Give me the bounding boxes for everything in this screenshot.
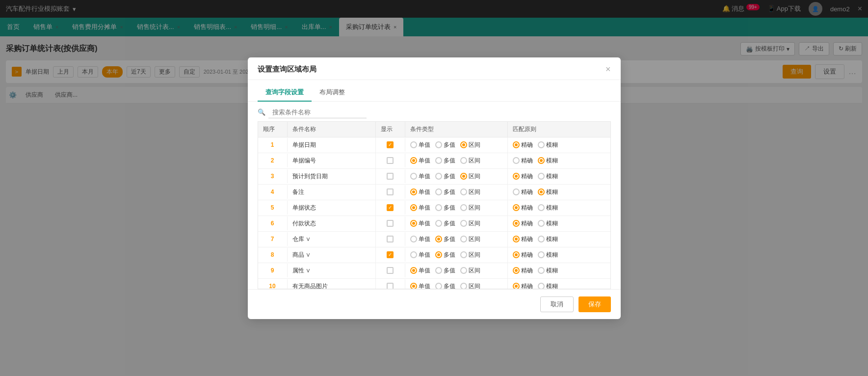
radio-range-0[interactable]: 区间 xyxy=(460,141,480,149)
head-name: 条件名称 xyxy=(288,122,376,137)
settings-dialog: 设置查询区域布局 × 查询字段设置 布局调整 🔍 顺序 xyxy=(248,57,621,319)
radio-range-4[interactable]: 区间 xyxy=(460,204,480,212)
radio-exact-4[interactable]: 精确 xyxy=(513,204,533,212)
radio-multi-6[interactable]: 多值 xyxy=(435,235,455,243)
table-row: 7仓库 ∨ 单值 多值 区间 精确 xyxy=(258,232,610,247)
checkbox-display-1[interactable] xyxy=(387,157,394,164)
radio-range-3[interactable]: 区间 xyxy=(460,188,480,196)
radio-fuzzy-0[interactable]: 模糊 xyxy=(538,141,558,149)
radio-exact-1[interactable]: 精确 xyxy=(513,157,533,165)
radio-exact-8[interactable]: 精确 xyxy=(513,267,533,275)
radio-exact-2[interactable]: 精确 xyxy=(513,172,533,181)
cell-match-7: 精确 模糊 xyxy=(508,247,610,263)
radio-single-1[interactable]: 单值 xyxy=(410,157,430,165)
radio-exact-5[interactable]: 精确 xyxy=(513,219,533,228)
cell-name-2: 预计到货日期 xyxy=(288,169,376,184)
checkbox-display-7[interactable] xyxy=(387,251,394,258)
cell-display-6[interactable] xyxy=(376,232,405,246)
cancel-button[interactable]: 取消 xyxy=(540,296,574,312)
radio-single-0[interactable]: 单值 xyxy=(410,141,430,149)
radio-single-4[interactable]: 单值 xyxy=(410,204,430,212)
cell-name-7: 商品 ∨ xyxy=(288,247,376,263)
radio-fuzzy-7[interactable]: 模糊 xyxy=(538,251,558,259)
tab-layout[interactable]: 布局调整 xyxy=(312,85,353,102)
radio-range-9[interactable]: 区间 xyxy=(460,282,480,289)
radio-fuzzy-2[interactable]: 模糊 xyxy=(538,172,558,181)
dialog-footer: 取消 保存 xyxy=(248,289,621,319)
save-button[interactable]: 保存 xyxy=(579,296,611,312)
cell-display-7[interactable] xyxy=(376,248,405,262)
radio-single-8[interactable]: 单值 xyxy=(410,267,430,275)
radio-exact-3[interactable]: 精确 xyxy=(513,188,533,196)
radio-range-5[interactable]: 区间 xyxy=(460,219,480,228)
cell-display-8[interactable] xyxy=(376,264,405,277)
condition-search-input[interactable] xyxy=(268,107,367,118)
radio-multi-5[interactable]: 多值 xyxy=(435,219,455,228)
checkbox-display-9[interactable] xyxy=(387,283,394,289)
radio-fuzzy-9[interactable]: 模糊 xyxy=(538,282,558,289)
cell-order-4: 5 xyxy=(258,201,288,215)
radio-multi-8[interactable]: 多值 xyxy=(435,267,455,275)
radio-multi-0[interactable]: 多值 xyxy=(435,141,455,149)
cell-order-9: 10 xyxy=(258,279,288,289)
head-display: 显示 xyxy=(376,122,405,137)
radio-exact-0[interactable]: 精确 xyxy=(513,141,533,149)
checkbox-display-3[interactable] xyxy=(387,188,394,195)
radio-fuzzy-4[interactable]: 模糊 xyxy=(538,204,558,212)
radio-multi-2[interactable]: 多值 xyxy=(435,172,455,181)
radio-multi-1[interactable]: 多值 xyxy=(435,157,455,165)
radio-multi-3[interactable]: 多值 xyxy=(435,188,455,196)
radio-fuzzy-8[interactable]: 模糊 xyxy=(538,267,558,275)
radio-exact-7[interactable]: 精确 xyxy=(513,251,533,259)
radio-fuzzy-6[interactable]: 模糊 xyxy=(538,235,558,243)
radio-exact-9[interactable]: 精确 xyxy=(513,282,533,289)
checkbox-display-4[interactable] xyxy=(387,204,394,211)
radio-single-7[interactable]: 单值 xyxy=(410,251,430,259)
cell-name-8: 属性 ∨ xyxy=(288,263,376,278)
radio-multi-9[interactable]: 多值 xyxy=(435,282,455,289)
table-row: 8商品 ∨ 单值 多值 区间 精确 xyxy=(258,247,610,263)
dialog-title: 设置查询区域布局 xyxy=(258,65,316,74)
radio-single-2[interactable]: 单值 xyxy=(410,172,430,181)
checkbox-display-6[interactable] xyxy=(387,236,394,242)
cell-type-0: 单值 多值 区间 xyxy=(405,137,508,153)
cell-display-2[interactable] xyxy=(376,169,405,183)
cell-display-0[interactable] xyxy=(376,138,405,152)
radio-fuzzy-3[interactable]: 模糊 xyxy=(538,188,558,196)
radio-range-2[interactable]: 区间 xyxy=(460,172,480,181)
radio-range-1[interactable]: 区间 xyxy=(460,157,480,165)
radio-single-9[interactable]: 单值 xyxy=(410,282,430,289)
cell-type-9: 单值 多值 区间 xyxy=(405,279,508,289)
radio-single-3[interactable]: 单值 xyxy=(410,188,430,196)
cell-display-4[interactable] xyxy=(376,201,405,215)
head-type: 条件类型 xyxy=(405,122,508,137)
radio-fuzzy-1[interactable]: 模糊 xyxy=(538,157,558,165)
radio-multi-7[interactable]: 多值 xyxy=(435,251,455,259)
radio-single-6[interactable]: 单值 xyxy=(410,235,430,243)
cell-display-3[interactable] xyxy=(376,185,405,199)
dialog-close-button[interactable]: × xyxy=(605,64,611,75)
checkbox-display-8[interactable] xyxy=(387,267,394,274)
radio-multi-4[interactable]: 多值 xyxy=(435,204,455,212)
cell-match-3: 精确 模糊 xyxy=(508,185,610,200)
cell-type-8: 单值 多值 区间 xyxy=(405,263,508,278)
cell-display-1[interactable] xyxy=(376,154,405,167)
checkbox-display-5[interactable] xyxy=(387,220,394,227)
cell-display-5[interactable] xyxy=(376,216,405,230)
radio-fuzzy-5[interactable]: 模糊 xyxy=(538,219,558,228)
cell-order-2: 3 xyxy=(258,169,288,183)
cell-name-5: 付款状态 xyxy=(288,216,376,231)
cell-match-2: 精确 模糊 xyxy=(508,169,610,184)
radio-range-7[interactable]: 区间 xyxy=(460,251,480,259)
cell-display-9[interactable] xyxy=(376,279,405,289)
checkbox-display-2[interactable] xyxy=(387,173,394,180)
radio-single-5[interactable]: 单值 xyxy=(410,219,430,228)
tab-query-fields[interactable]: 查询字段设置 xyxy=(258,85,312,102)
radio-range-8[interactable]: 区间 xyxy=(460,267,480,275)
cell-order-8: 9 xyxy=(258,264,288,277)
checkbox-display-0[interactable] xyxy=(387,141,394,148)
radio-exact-6[interactable]: 精确 xyxy=(513,235,533,243)
cell-name-6: 仓库 ∨ xyxy=(288,232,376,247)
radio-range-6[interactable]: 区间 xyxy=(460,235,480,243)
cell-name-9: 有无商品图片 xyxy=(288,279,376,289)
